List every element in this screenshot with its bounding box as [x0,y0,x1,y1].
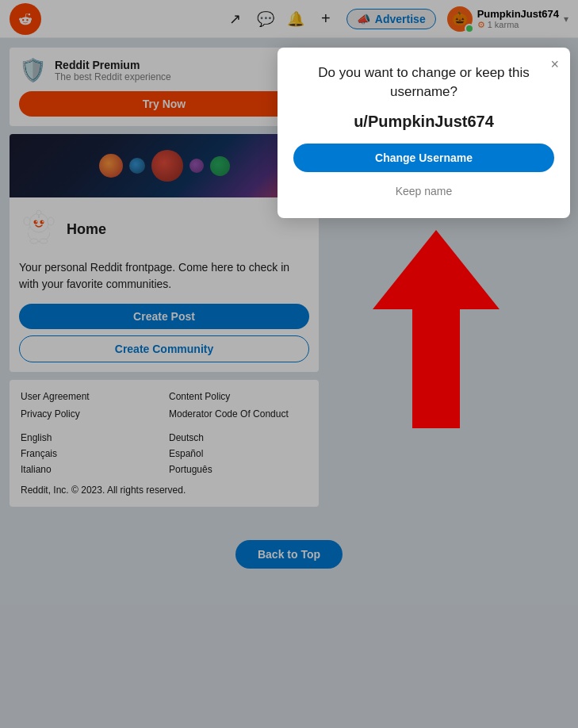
modal-username: u/PumpkinJust674 [293,113,554,131]
change-username-button[interactable]: Change Username [293,144,554,172]
modal-close-button[interactable]: × [550,57,559,71]
upward-arrow [373,230,500,428]
modal-question: Do you want to change or keep this usern… [293,63,554,102]
modal-username-value: PumpkinJust674 [368,113,494,130]
keep-username-button[interactable]: Keep name [293,180,554,202]
username-prefix: u/ [354,113,368,130]
username-change-modal: × Do you want to change or keep this use… [278,48,570,218]
arrow-annotation [301,230,570,452]
arrow-body [412,309,460,428]
arrow-head [373,230,500,309]
